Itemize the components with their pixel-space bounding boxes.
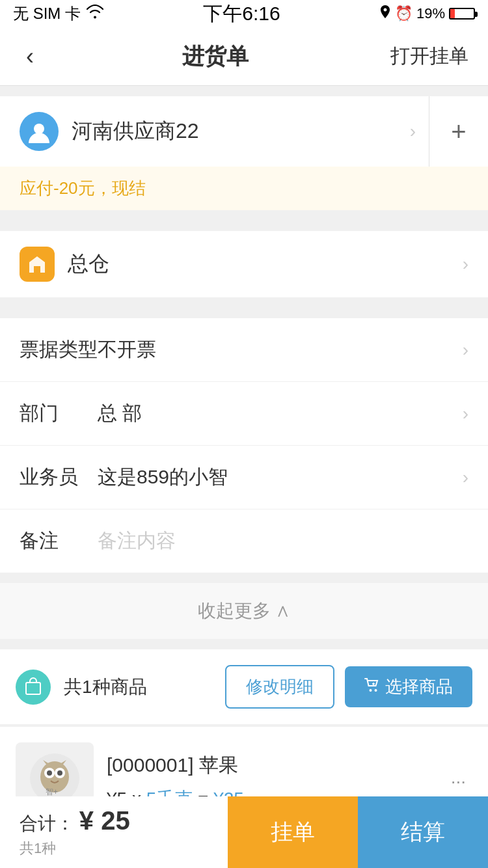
- product-count: 共1种商品: [64, 675, 225, 699]
- svg-point-10: [47, 770, 52, 776]
- dept-value: 总 部: [98, 400, 456, 427]
- battery-percent: 19%: [416, 5, 445, 22]
- sales-value: 这是859的小智: [98, 464, 456, 491]
- warehouse-name: 总仓: [68, 250, 456, 278]
- divider-3: [0, 297, 488, 308]
- total-count: 共1种: [20, 839, 208, 858]
- battery-icon: [449, 8, 475, 20]
- page-title: 进货单: [182, 42, 249, 72]
- sales-label: 业务员: [20, 464, 98, 491]
- svg-text:智+: 智+: [46, 787, 58, 796]
- invoice-row[interactable]: 票据类型 不开票 ›: [0, 318, 488, 382]
- svg-point-11: [57, 770, 62, 776]
- total-amount: ¥ 25: [79, 806, 130, 835]
- select-product-button[interactable]: 选择商品: [345, 666, 472, 707]
- status-time: 下午6:16: [203, 1, 280, 27]
- svg-rect-3: [26, 683, 40, 694]
- total-row: 合计： ¥ 25: [20, 806, 208, 836]
- supplier-select[interactable]: 河南供应商22 ›: [0, 96, 429, 167]
- product-icon: [16, 670, 51, 705]
- remark-label: 备注: [20, 528, 98, 554]
- checkout-button[interactable]: 结算: [358, 796, 488, 868]
- form-section: 票据类型 不开票 › 部门 总 部 › 业务员 这是859的小智 › 备注 备注…: [0, 318, 488, 573]
- product-more-button[interactable]: ···: [444, 765, 472, 798]
- back-button[interactable]: ‹: [20, 36, 40, 77]
- invoice-label: 票据类型: [20, 336, 98, 363]
- dept-chevron-icon: ›: [463, 403, 468, 424]
- divider-1: [0, 86, 488, 96]
- svg-point-5: [375, 689, 377, 692]
- svg-point-1: [34, 124, 44, 134]
- open-hang-button[interactable]: 打开挂单: [390, 43, 468, 70]
- product-header: 共1种商品 修改明细 选择商品: [0, 649, 488, 724]
- supplier-section: 河南供应商22 › +: [0, 96, 488, 167]
- dept-label: 部门: [20, 400, 98, 427]
- select-product-label: 选择商品: [385, 675, 453, 698]
- location-icon: [379, 5, 391, 23]
- collapse-button[interactable]: 收起更多 ∧: [0, 583, 488, 639]
- divider-2: [0, 210, 488, 221]
- nav-bar: ‹ 进货单 打开挂单: [0, 27, 488, 86]
- bottom-bar: 合计： ¥ 25 共1种 挂单 结算: [0, 796, 488, 868]
- status-right: ⏰ 19%: [379, 5, 475, 23]
- total-section: 合计： ¥ 25 共1种: [0, 806, 228, 858]
- supplier-name: 河南供应商22: [72, 117, 403, 146]
- carrier-text: 无 SIM 卡: [13, 3, 81, 24]
- invoice-value: 不开票: [98, 336, 456, 363]
- sales-chevron-icon: ›: [463, 467, 468, 488]
- remark-row[interactable]: 备注 备注内容: [0, 509, 488, 573]
- svg-point-4: [370, 689, 372, 692]
- notice-bar: 应付-20元，现结: [0, 167, 488, 210]
- dept-row[interactable]: 部门 总 部 ›: [0, 382, 488, 446]
- alarm-icon: ⏰: [395, 5, 413, 22]
- wifi-icon: [86, 5, 104, 23]
- svg-rect-2: [34, 266, 40, 273]
- total-label: 合计：: [20, 813, 74, 834]
- remark-input[interactable]: 备注内容: [98, 528, 468, 554]
- warehouse-select[interactable]: 总仓 ›: [0, 231, 488, 297]
- warehouse-chevron-icon: ›: [463, 254, 468, 275]
- status-left: 无 SIM 卡: [13, 3, 104, 24]
- warehouse-icon: [20, 247, 55, 282]
- supplier-chevron-icon: ›: [410, 121, 416, 142]
- invoice-chevron-icon: ›: [463, 340, 468, 360]
- cart-icon: [364, 677, 380, 697]
- supplier-avatar: [20, 112, 59, 151]
- sales-row[interactable]: 业务员 这是859的小智 ›: [0, 446, 488, 509]
- hang-button[interactable]: 挂单: [228, 796, 358, 868]
- svg-point-0: [94, 16, 96, 19]
- product-name: [0000001] 苹果: [107, 752, 444, 779]
- supplier-add-button[interactable]: +: [429, 96, 488, 167]
- status-bar: 无 SIM 卡 下午6:16 ⏰ 19%: [0, 0, 488, 27]
- edit-detail-button[interactable]: 修改明细: [225, 665, 334, 709]
